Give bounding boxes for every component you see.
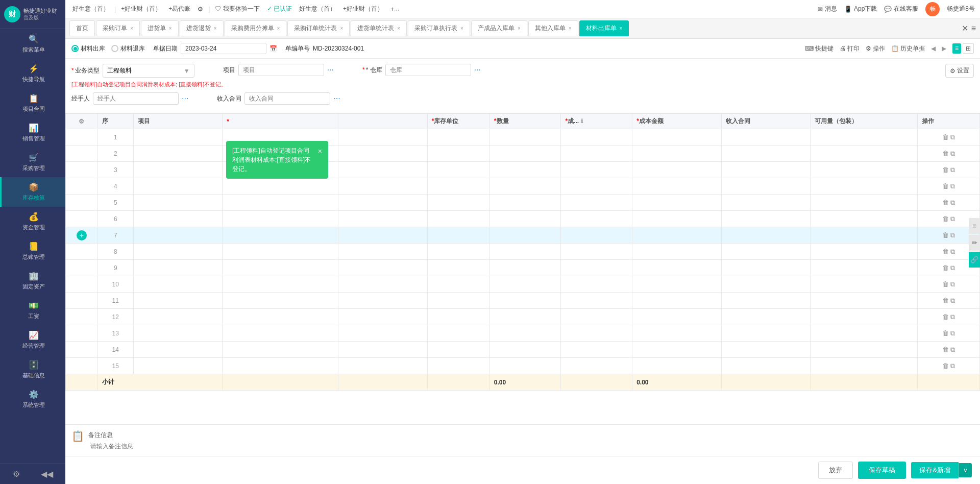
date-input[interactable] xyxy=(181,43,266,54)
row-copy-icon-3[interactable]: ⧉ xyxy=(950,166,955,174)
warehouse-dots-icon[interactable]: ··· xyxy=(474,65,481,75)
tab-purchase-stats[interactable]: 采购订单统计表× xyxy=(287,20,350,36)
save-new-main-btn[interactable]: 保存&新增 xyxy=(911,462,959,478)
tab-close-goods-in[interactable]: × xyxy=(169,26,172,31)
sidebar-item-nav[interactable]: ⚡ 快捷导航 xyxy=(0,59,65,88)
sidebar-item-operations[interactable]: 📈 经营管理 xyxy=(0,325,65,355)
sidebar-item-finance[interactable]: 💰 资金管理 xyxy=(0,207,65,236)
row-copy-icon-11[interactable]: ⧉ xyxy=(950,297,955,304)
tab-purchase-order[interactable]: 采购订单× xyxy=(96,20,140,36)
cost-info-icon[interactable]: ℹ xyxy=(581,118,583,124)
project-input[interactable] xyxy=(238,64,324,76)
sidebar-item-system[interactable]: ⚙️ 系统管理 xyxy=(0,384,65,414)
col-header-settings[interactable]: ⚙ xyxy=(66,114,98,129)
row-copy-icon-12[interactable]: ⧉ xyxy=(950,313,955,321)
income-contract-input[interactable] xyxy=(244,92,330,105)
tab-material-out[interactable]: 材料出库单× xyxy=(579,20,629,36)
handler-input[interactable] xyxy=(93,92,179,105)
row-delete-icon-2[interactable]: 🗑 xyxy=(942,150,949,157)
row-copy-icon-10[interactable]: ⧉ xyxy=(950,280,955,288)
operation-btn[interactable]: ⚙ 操作 xyxy=(866,44,885,53)
sidebar-item-purchase[interactable]: 🛒 采购管理 xyxy=(0,148,65,177)
row-delete-icon-3[interactable]: 🗑 xyxy=(942,166,949,174)
warehouse-input[interactable] xyxy=(385,64,471,76)
shortcut-key-btn[interactable]: ⌨ 快捷键 xyxy=(805,44,834,53)
collapse-icon[interactable]: ◀◀ xyxy=(41,469,53,479)
radio-material-out[interactable]: 材料出库 xyxy=(71,44,105,53)
row-copy-icon-4[interactable]: ⧉ xyxy=(950,182,955,190)
row-delete-icon-6[interactable]: 🗑 xyxy=(942,215,949,223)
sidebar-item-project[interactable]: 📋 项目合同 xyxy=(0,88,65,118)
row-delete-icon-7[interactable]: 🗑 xyxy=(942,231,949,239)
row-delete-icon-1[interactable]: 🗑 xyxy=(942,133,949,141)
tab-close-product-in[interactable]: × xyxy=(518,26,521,31)
topbar-hs2[interactable]: 好生意（首） xyxy=(297,5,338,13)
sidebar-item-sales[interactable]: 📊 销售管理 xyxy=(0,118,65,148)
message-btn[interactable]: ✉ 消息 xyxy=(818,5,837,13)
row-copy-icon-2[interactable]: ⧉ xyxy=(950,150,955,157)
tab-close-goods-stats[interactable]: × xyxy=(397,26,400,31)
row-delete-icon-5[interactable]: 🗑 xyxy=(942,199,949,206)
tab-goods-in[interactable]: 进货单× xyxy=(141,20,179,36)
row-copy-icon-13[interactable]: ⧉ xyxy=(950,329,955,337)
next-icon[interactable]: ▶ xyxy=(942,45,946,52)
app-download-btn[interactable]: 📱 App下载 xyxy=(844,5,877,13)
row-delete-icon-11[interactable]: 🗑 xyxy=(942,297,949,304)
row-copy-icon-8[interactable]: ⧉ xyxy=(950,248,955,255)
sidebar-item-search[interactable]: 🔍 搜索菜单 xyxy=(0,29,65,59)
row-copy-icon-15[interactable]: ⧉ xyxy=(950,362,955,370)
online-service-btn[interactable]: 💬 在线客服 xyxy=(884,5,918,13)
tab-close-purchase-exec[interactable]: × xyxy=(460,26,463,31)
topbar-hyc2[interactable]: +好业财（首） xyxy=(341,5,385,13)
prev-icon[interactable]: ◀ xyxy=(931,45,936,52)
tab-list-icon[interactable]: ≡ xyxy=(971,24,976,33)
row-copy-icon-1[interactable]: ⧉ xyxy=(950,133,955,141)
sidebar-item-assets[interactable]: 🏢 固定资产 xyxy=(0,266,65,296)
add-row-btn[interactable]: + xyxy=(77,230,87,240)
topbar-haoshengyi[interactable]: 好生意（首） xyxy=(70,5,111,13)
row-copy-icon-5[interactable]: ⧉ xyxy=(950,199,955,206)
sidebar-item-accounting[interactable]: 📒 总账管理 xyxy=(0,236,65,266)
tab-close-purchase-stats[interactable]: × xyxy=(340,26,343,31)
calendar-icon[interactable]: 📅 xyxy=(270,45,277,52)
business-type-select[interactable]: 工程领料 ▼ xyxy=(103,64,194,78)
row-material-7[interactable] xyxy=(223,227,338,244)
user-avatar[interactable]: 畅 xyxy=(925,2,940,16)
project-dots-icon[interactable]: ··· xyxy=(327,65,334,75)
history-doc-btn[interactable]: 📋 历史单据 xyxy=(891,44,925,53)
tooltip-close-btn[interactable]: × xyxy=(318,146,322,157)
save-new-arrow-btn[interactable]: ∨ xyxy=(959,463,972,477)
row-copy-icon-14[interactable]: ⧉ xyxy=(950,346,955,353)
settings-bottom-icon[interactable]: ⚙ xyxy=(13,469,20,479)
row-copy-icon-6[interactable]: ⧉ xyxy=(950,215,955,223)
tab-close-purchase-expense[interactable]: × xyxy=(277,26,280,31)
topbar-haoyecai[interactable]: +好业财（首） xyxy=(119,5,163,13)
tab-close-other-in[interactable]: × xyxy=(569,26,572,31)
print-btn[interactable]: 🖨 打印 xyxy=(840,44,860,53)
row-delete-icon-8[interactable]: 🗑 xyxy=(942,248,949,255)
tab-close-material-out[interactable]: × xyxy=(620,26,623,31)
tab-home[interactable]: 首页 xyxy=(69,20,95,36)
discard-button[interactable]: 放弃 xyxy=(818,462,853,479)
row-material-input-7[interactable] xyxy=(227,231,334,239)
row-project-7[interactable] xyxy=(133,227,223,244)
topbar-yidaizhang[interactable]: +易代账 xyxy=(166,5,192,13)
row-delete-icon-13[interactable]: 🗑 xyxy=(942,329,949,337)
right-panel-list-btn[interactable]: ≡ xyxy=(969,218,980,234)
right-panel-edit-btn[interactable]: ✏ xyxy=(969,235,980,251)
tab-close-purchase-order[interactable]: × xyxy=(130,26,133,31)
tab-purchase-expense[interactable]: 采购费用分摊单× xyxy=(225,20,287,36)
save-draft-button[interactable]: 保存草稿 xyxy=(858,462,906,479)
settings-button[interactable]: ⚙ 设置 xyxy=(945,64,974,78)
row-delete-icon-4[interactable]: 🗑 xyxy=(942,182,949,190)
radio-material-return[interactable]: 材料退库 xyxy=(111,44,145,53)
card-view-btn[interactable]: ⊞ xyxy=(963,43,974,54)
sidebar-item-salary[interactable]: 💵 工资 xyxy=(0,296,65,325)
topbar-gear-icon[interactable]: ⚙ xyxy=(195,6,205,13)
list-view-btn[interactable]: ≡ xyxy=(952,43,961,54)
income-contract-dots-icon[interactable]: ··· xyxy=(333,94,340,103)
row-delete-icon-14[interactable]: 🗑 xyxy=(942,346,949,353)
tab-close-all-icon[interactable]: ✕ xyxy=(962,23,968,33)
row-delete-icon-9[interactable]: 🗑 xyxy=(942,264,949,272)
row-project-input-7[interactable] xyxy=(138,231,218,239)
